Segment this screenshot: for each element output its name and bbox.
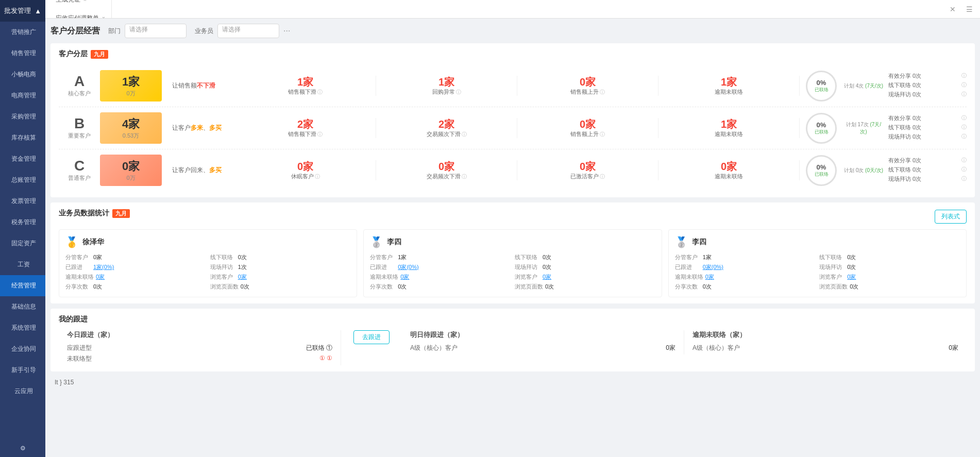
agent-stat-1-7: 浏览页面数0次 — [515, 283, 655, 291]
contact-plan-b: 计划 17次 (7天/次) — [843, 121, 884, 136]
sidebar-item-5[interactable]: 库存核算 — [0, 127, 45, 148]
overdue-row-1: A级（核心）客户 0家 — [692, 344, 958, 352]
tab-close-all-icon[interactable]: ✕ — [947, 5, 959, 13]
sidebar-item-10[interactable]: 固定资产 — [0, 233, 45, 254]
stat-b-overdue: 1家 逾期未联络 — [658, 118, 800, 138]
contact-circle-a: 0% 已联络 — [806, 71, 837, 101]
right-stats-b: 有效分享 0次 ⓘ 线下联络 0次 ⓘ 现场拜访 0次 ⓘ — [884, 114, 967, 142]
agent-stat-1-2: 已跟进0家(0%) — [370, 263, 511, 271]
sidebar-item-2[interactable]: 小畅电商 — [0, 64, 45, 85]
follow-row-1: 应跟进型 已联络 ① — [67, 344, 332, 352]
customer-section: 客户分层 九月 A 核心客户 1家 0万 让销售额不下滑 1家 — [50, 43, 975, 197]
sidebar-item-4[interactable]: 采购管理 — [0, 106, 45, 127]
go-follow-container: 去跟进 — [341, 330, 402, 344]
sidebar-item-17[interactable]: 云应用 — [0, 381, 45, 402]
sidebar-item-16[interactable]: 新手引导 — [0, 360, 45, 381]
agent-stat-0-2: 已跟进1家(0%) — [65, 263, 206, 271]
tab-label-5: 应收应付调整单 — [56, 14, 99, 19]
agent-stat-0-6: 分享次数0次 — [65, 283, 206, 291]
agent-medal-1: 🥈 — [370, 236, 383, 248]
contact-circle-c: 0% 已联络 — [806, 155, 837, 186]
agent-name-2: 李四 — [692, 238, 706, 247]
agent-stat-2-5: 浏览客户0家 — [819, 273, 960, 281]
tier-amount-c: 0家 0万 — [100, 155, 162, 186]
tier-stats-a: 1家 销售额下滑 ⓘ 1家 回购异常 ⓘ 0家 销售额上升 ⓘ 1家 逾期未联络 — [235, 71, 884, 101]
tomorrow-row-1: A级（核心）客户 0家 — [410, 344, 675, 352]
agent-stat-1-0: 分管客户1家 — [370, 253, 511, 261]
go-follow-button[interactable]: 去跟进 — [353, 330, 390, 344]
sidebar-item-11[interactable]: 工资 — [0, 254, 45, 275]
tab-close-4[interactable]: × — [83, 0, 87, 3]
stat-a-1: 1家 销售额下滑 ⓘ — [235, 76, 376, 96]
sidebar-item-9[interactable]: 税务管理 — [0, 212, 45, 233]
agent-stats-1: 分管客户1家线下联络0次已跟进0家(0%)现场拜访0次逾期未联络0家浏览客户0家… — [370, 253, 655, 291]
dept-select[interactable]: 请选择 — [125, 24, 187, 38]
biz-section-title: 业务员数据统计 九月 — [59, 209, 130, 218]
sidebar-item-12[interactable]: 经营管理 — [0, 275, 45, 296]
agent-filter: 业务员 请选择 ··· — [195, 24, 290, 38]
agent-stat-0-0: 分管客户0家 — [65, 253, 206, 261]
sidebar-item-8[interactable]: 发票管理 — [0, 191, 45, 212]
sidebar-collapse-icon: ▲ — [35, 7, 41, 15]
tier-stats-b: 2家 销售额下滑 ⓘ 2家 交易频次下滑 ⓘ 0家 销售额上升 ⓘ 1家 逾期未… — [235, 113, 884, 144]
sidebar-item-6[interactable]: 资金管理 — [0, 148, 45, 170]
sidebar-item-7[interactable]: 总账管理 — [0, 170, 45, 191]
contact-plan-c: 计划 0次 (0天/次) — [843, 167, 884, 174]
dept-filter: 部门 请选择 — [108, 24, 187, 38]
sidebar-item-1[interactable]: 销售管理 — [0, 43, 45, 64]
tab-menu-icon[interactable]: ☰ — [963, 5, 976, 13]
biz-header: 业务员数据统计 九月 列表式 — [59, 209, 967, 224]
main-area: 首页门店商品目录×销货单×店铺管理×生成凭证×应收应付调整单×工资表×工资统计报… — [45, 0, 980, 457]
page-title: 客户分层经营 — [50, 26, 100, 37]
gear-icon[interactable]: ⚙ — [0, 439, 45, 457]
stat-a-3: 0家 销售额上升 ⓘ — [517, 76, 658, 96]
agent-select[interactable]: 请选择 — [217, 24, 279, 38]
agent-card-1: 🥈李四分管客户1家线下联络0次已跟进0家(0%)现场拜访0次逾期未联络0家浏览客… — [363, 229, 662, 297]
list-view-button[interactable]: 列表式 — [935, 210, 967, 224]
tab-5[interactable]: 应收应付调整单× — [49, 9, 112, 19]
page-header: 客户分层经营 部门 请选择 业务员 请选择 ··· — [50, 24, 975, 38]
tab-4[interactable]: 生成凭证× — [49, 0, 112, 9]
tier-suggestion-c: 让客户回来、多买 — [168, 166, 235, 175]
sidebar-item-13[interactable]: 基础信息 — [0, 296, 45, 317]
agent-stat-0-3: 现场拜访1次 — [210, 263, 351, 271]
overdue-follow-col: 逾期未联络（家） A级（核心）客户 0家 — [684, 330, 967, 354]
sidebar: 批发管理 ▲ 营销推广销售管理小畅电商电商管理采购管理库存核算资金管理总账管理发… — [0, 0, 45, 457]
agent-card-0: 🥇徐泽华分管客户0家线下联络0次已跟进1家(0%)现场拜访1次逾期未联络0家浏览… — [59, 229, 357, 297]
tier-row-a: A 核心客户 1家 0万 让销售额不下滑 1家 销售额下滑 ⓘ 1家 — [59, 65, 967, 107]
follow-row-2: 未联络型 ① ① — [67, 354, 332, 363]
tier-amount-a: 1家 0万 — [100, 70, 162, 101]
agent-stat-2-2: 已跟进0家(0%) — [675, 263, 816, 271]
tier-label-b: B 重要客户 — [59, 116, 100, 140]
agent-stat-1-4: 逾期未联络0家 — [370, 273, 511, 281]
stat-b-3: 0家 销售额上升 ⓘ — [517, 118, 658, 138]
agent-medal-2: 🥈 — [675, 236, 688, 248]
follow-section: 我的跟进 今日跟进（家） 应跟进型 已联络 ① 未联络型 ① ① 去跟进 — [50, 309, 975, 371]
follow-title: 我的跟进 — [59, 315, 967, 324]
sidebar-item-15[interactable]: 企业协同 — [0, 338, 45, 360]
filter-more-icon[interactable]: ··· — [283, 26, 290, 36]
biz-section: 业务员数据统计 九月 列表式 🥇徐泽华分管客户0家线下联络0次已跟进1家(0%)… — [50, 202, 975, 303]
sidebar-header[interactable]: 批发管理 ▲ — [0, 0, 45, 22]
agent-stat-2-1: 线下联络0次 — [819, 253, 960, 261]
sidebar-item-3[interactable]: 电商管理 — [0, 85, 45, 106]
tab-bar-end: ✕ ☰ — [947, 5, 976, 13]
stat-c-overdue: 0家 逾期未联络 — [658, 160, 800, 180]
agent-stat-0-1: 线下联络0次 — [210, 253, 351, 261]
agent-stat-0-5: 浏览客户0家 — [210, 273, 351, 281]
contact-plan-a: 计划 4次 (7天/次) — [843, 82, 884, 90]
contact-circle-b: 0% 已联络 — [806, 113, 837, 144]
biz-month-badge: 九月 — [112, 209, 130, 218]
stat-c-3: 0家 已激活客户 ⓘ — [517, 160, 658, 180]
agent-header-0: 🥇徐泽华 — [65, 236, 350, 248]
tomorrow-follow-title: 明日待跟进（家） — [410, 330, 675, 340]
bottom-status: It } 315 — [50, 377, 975, 388]
tab-bar: 首页门店商品目录×销货单×店铺管理×生成凭证×应收应付调整单×工资表×工资统计报… — [45, 0, 980, 19]
tier-row-b: B 重要客户 4家 0.53万 让客户多来、多买 2家 销售额下滑 ⓘ 2 — [59, 107, 967, 149]
tier-suggestion-a: 让销售额不下滑 — [168, 81, 235, 90]
customer-month-badge: 九月 — [91, 50, 108, 59]
stat-b-2: 2家 交易频次下滑 ⓘ — [376, 118, 517, 138]
right-stats-c: 有效分享 0次 ⓘ 线下联络 0次 ⓘ 现场拜访 0次 ⓘ — [884, 157, 967, 184]
sidebar-item-14[interactable]: 系统管理 — [0, 317, 45, 338]
sidebar-item-0[interactable]: 营销推广 — [0, 22, 45, 43]
